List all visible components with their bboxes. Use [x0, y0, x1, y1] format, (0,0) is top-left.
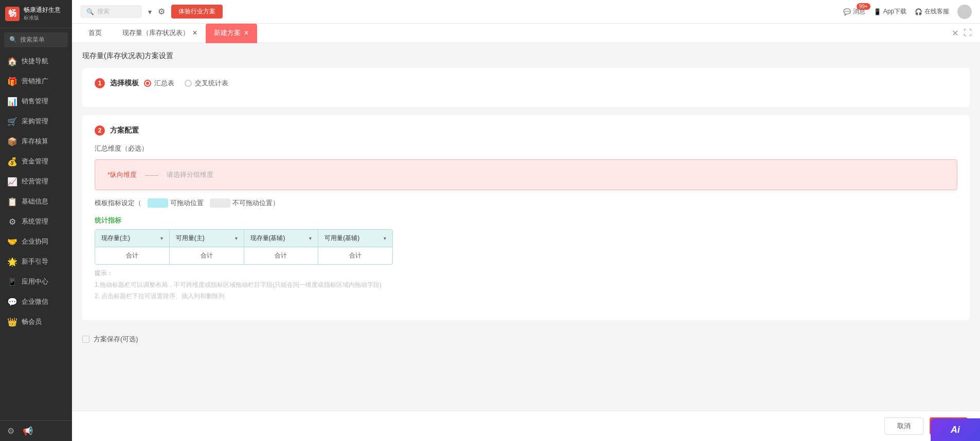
col-name-3: 可用量(基辅): [324, 234, 359, 243]
sidebar-item-guide[interactable]: 🌟 新手引导: [0, 252, 72, 272]
sidebar-label-collab: 企业协同: [22, 237, 48, 246]
radio-summary-circle: [144, 80, 151, 87]
cart-icon: 🛒: [7, 117, 17, 126]
tab-home[interactable]: 首页: [80, 24, 110, 43]
col-header-2[interactable]: 现存量(基辅) ▾: [244, 230, 319, 247]
messages-badge: 99+: [857, 3, 870, 10]
col-header-3[interactable]: 可用量(基辅) ▾: [318, 230, 392, 247]
footer-bar: 取消 查询: [72, 411, 980, 441]
customer-service-button[interactable]: 🎧 在线客服: [915, 7, 949, 16]
topbar-search[interactable]: 🔍 搜索: [80, 5, 142, 18]
col-agg-3: 合计: [318, 247, 392, 264]
sidebar-item-finance[interactable]: 💰 资金管理: [0, 152, 72, 172]
settings-icon[interactable]: ⚙: [158, 7, 165, 16]
draggable-box: [148, 198, 168, 208]
download-icon: 📱: [874, 8, 881, 15]
section2-title: 方案配置: [110, 126, 139, 135]
app-download-button[interactable]: 📱 App下载: [874, 7, 906, 16]
sidebar-item-wechat[interactable]: 💬 企业微信: [0, 292, 72, 312]
fixed-box: [210, 198, 230, 208]
sidebar-item-system[interactable]: ⚙ 系统管理: [0, 212, 72, 232]
draggable-label: 可拖动位置: [170, 198, 204, 208]
clipboard-icon: 📋: [7, 197, 17, 207]
trending-icon: 📈: [7, 177, 17, 187]
tab-inventory-status[interactable]: 现存量（库存状况表） ✕: [114, 24, 206, 43]
stats-body-row: 合计 合计 合计 合计: [95, 247, 392, 264]
dropdown-icon[interactable]: ▾: [148, 8, 152, 16]
sidebar-item-basic-info[interactable]: 📋 基础信息: [0, 192, 72, 212]
money-icon: 💰: [7, 157, 17, 167]
template-indicator-row: 模板指标设定（ 可拖动位置 不可拖动位置）: [95, 198, 957, 208]
ai-badge[interactable]: Ai: [931, 418, 980, 441]
sidebar-item-app-center[interactable]: 📱 应用中心: [0, 272, 72, 292]
topbar-right: 💬 消息 99+ 📱 App下载 🎧 在线客服: [843, 5, 972, 19]
section1-num: 1: [95, 78, 105, 88]
col-header-0[interactable]: 现存量(主) ▾: [95, 230, 170, 247]
save-checkbox[interactable]: [82, 336, 89, 343]
sidebar-search[interactable]: 🔍 搜索菜单: [4, 32, 68, 47]
expand-tab-icon[interactable]: ⛶: [964, 28, 972, 38]
indicator-draggable: 可拖动位置: [148, 198, 204, 208]
sidebar-item-collab[interactable]: 🤝 企业协同: [0, 232, 72, 252]
sidebar-item-sales[interactable]: 📊 销售管理: [0, 91, 72, 112]
col-chevron-3[interactable]: ▾: [384, 235, 386, 241]
app-edition: 标准版: [24, 14, 61, 22]
sidebar-label-wechat: 企业微信: [22, 297, 48, 306]
sidebar-label-membership: 畅会员: [22, 317, 42, 326]
aggregation-label: 汇总维度（必选）: [95, 144, 957, 153]
col-agg-0: 合计: [95, 247, 170, 264]
chat-icon: 💬: [7, 297, 17, 307]
message-icon: 💬: [843, 8, 851, 15]
star-icon: 🌟: [7, 257, 17, 267]
app-name: 畅康通好生意: [24, 6, 61, 14]
sidebar-item-quick-nav[interactable]: 🏠 快捷导航: [0, 51, 72, 71]
dimension-dash: ——: [145, 171, 158, 179]
gift-icon: 🎁: [7, 77, 17, 86]
col-header-1[interactable]: 可用量(主) ▾: [170, 230, 244, 247]
section2-num: 2: [95, 125, 105, 136]
sidebar-item-marketing[interactable]: 🎁 营销推广: [0, 71, 72, 91]
col-name-0: 现存量(主): [101, 234, 130, 243]
dimension-placeholder[interactable]: 请选择分组维度: [167, 170, 213, 179]
radio-summary-table[interactable]: 汇总表: [144, 79, 174, 88]
section-config: 2 方案配置 汇总维度（必选） *纵向维度 —— 请选择分组维度 模板指标设定（…: [82, 115, 970, 320]
close-tab-icon[interactable]: ✕: [952, 28, 958, 38]
app-name-block: 畅康通好生意 标准版: [24, 6, 61, 22]
tab-new-plan[interactable]: 新建方案 ✕: [206, 24, 257, 43]
cancel-button[interactable]: 取消: [884, 417, 923, 435]
trial-button[interactable]: 体验行业方案: [171, 5, 223, 19]
fixed-label: 不可拖动位置）: [232, 198, 279, 208]
col-chevron-2[interactable]: ▾: [309, 235, 312, 241]
tip-0: 1.拖动标题栏可以调整布局，不可跨维度或指标区域拖动栏目字段(只能在同一维度或指…: [95, 280, 957, 291]
search-text: 搜索: [97, 7, 110, 16]
sidebar-item-operations[interactable]: 📈 经营管理: [0, 172, 72, 192]
sidebar-label-basic-info: 基础信息: [22, 197, 48, 206]
col-name-1: 可用量(主): [176, 234, 205, 243]
tips-title: 提示：: [95, 269, 957, 278]
col-agg-2: 合计: [244, 247, 319, 264]
search-menu-label: 搜索菜单: [20, 35, 45, 44]
sidebar-label-system: 系统管理: [22, 217, 48, 226]
dimension-row: *纵向维度 —— 请选择分组维度: [107, 170, 945, 179]
search-icon: 🔍: [86, 8, 94, 15]
save-row: 方案保存(可选): [82, 328, 970, 350]
sidebar-item-inventory[interactable]: 📦 库存核算: [0, 132, 72, 152]
sidebar-label-purchase: 采购管理: [22, 117, 48, 126]
radio-cross-table[interactable]: 交叉统计表: [185, 79, 228, 88]
tab-close-inventory[interactable]: ✕: [192, 29, 197, 36]
messages-button[interactable]: 💬 消息 99+: [843, 7, 865, 16]
headset-icon: 🎧: [915, 8, 922, 15]
sidebar-item-purchase[interactable]: 🛒 采购管理: [0, 112, 72, 132]
tab-close-new-plan[interactable]: ✕: [244, 29, 249, 36]
sidebar-item-membership[interactable]: 👑 畅会员: [0, 312, 72, 332]
col-chevron-1[interactable]: ▾: [235, 235, 238, 241]
col-chevron-0[interactable]: ▾: [160, 235, 163, 241]
app-logo-icon: 畅: [5, 7, 20, 21]
section1-header: 1 选择模板 汇总表 交叉统计表: [95, 78, 957, 88]
dimension-required-label: *纵向维度: [107, 170, 137, 179]
settings-icon[interactable]: ⚙: [7, 426, 14, 436]
sidebar-label-app-center: 应用中心: [22, 277, 48, 286]
user-avatar[interactable]: [957, 5, 972, 19]
speaker-icon[interactable]: 📢: [23, 426, 33, 436]
content-area: 现存量(库存状况表)方案设置 1 选择模板 汇总表 交叉统计表: [72, 43, 980, 411]
